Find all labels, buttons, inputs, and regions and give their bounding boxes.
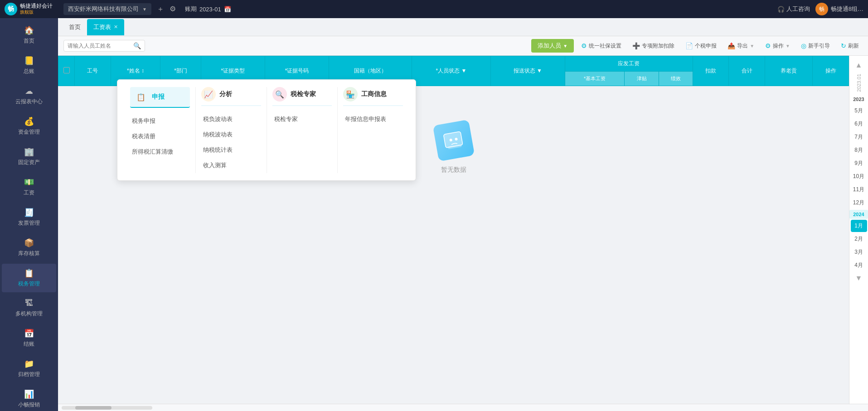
select-all-checkbox[interactable] — [63, 67, 70, 73]
company-name: 西安虾米网络科技有限公司 — [68, 5, 139, 13]
operation-label: 操作 — [773, 42, 784, 50]
search-input[interactable] — [68, 43, 131, 49]
search-input-wrap[interactable]: 🔍 — [63, 40, 145, 52]
logo-icon: 畅 — [5, 3, 17, 15]
sidebar-label-cloud: 云报表中心 — [15, 98, 43, 106]
sidebar-item-ledger[interactable]: 📒 总账 — [2, 51, 56, 80]
tab-salary[interactable]: 工资表 ✕ — [87, 19, 124, 35]
sidebar-item-archive[interactable]: 📁 归档管理 — [2, 354, 56, 383]
month-2023-9[interactable]: 9月 — [851, 157, 867, 169]
operation-arrow: ▼ — [786, 44, 790, 48]
social-security-action[interactable]: ⚙ 统一社保设置 — [577, 40, 625, 52]
logo-sub: 旗舰版 — [20, 9, 53, 15]
scrollbar-track — [62, 406, 152, 410]
add-employee-label: 添加人员 — [538, 42, 561, 50]
personal-tax-action[interactable]: 📄 个税申报 — [682, 40, 720, 52]
sidebar-item-tax[interactable]: 📋 税务管理 — [2, 264, 56, 292]
month-2023-10[interactable]: 10月 — [851, 170, 867, 183]
month-2024-1[interactable]: 1月 — [851, 220, 867, 232]
right-panel: ▲ 2023.01 2023 5月 6月 7月 8月 9月 10月 11月 12… — [849, 56, 868, 404]
user-info[interactable]: 畅 畅捷通8组… — [815, 3, 863, 15]
sidebar-item-close[interactable]: 📅 结账 — [2, 324, 56, 353]
main-layout: 🏠 首页 📒 总账 ☁ 云报表中心 💰 资金管理 🏢 固定资产 💵 工资 🧾 发… — [0, 18, 868, 411]
analy-label: 分析 — [219, 90, 232, 98]
sidebar-item-invoice[interactable]: 🧾 发票管理 — [2, 203, 56, 232]
shenb-icon: 📋 — [134, 90, 148, 104]
settings-icon[interactable]: ⚙ — [168, 3, 178, 16]
month-2023-12[interactable]: 12月 — [851, 197, 867, 209]
company-selector[interactable]: 西安虾米网络科技有限公司 ▼ — [63, 3, 151, 15]
special-deduction-action[interactable]: ➕ 专项附加扣除 — [629, 40, 678, 52]
top-bar-icons: ＋ ⚙ — [155, 3, 178, 16]
dropdown-item-income-tax[interactable]: 所得税汇算清缴 — [130, 144, 190, 160]
period-info: 账期 2023-01 📅 — [185, 5, 231, 13]
dropdown-col-biz: 🏪 工商信息 年报信息申报表 — [338, 87, 408, 173]
scrollbar-thumb — [75, 406, 112, 410]
dropdown-item-tax-flow[interactable]: 纳税波动表 — [201, 127, 261, 142]
company-dropdown-arrow: ▼ — [142, 7, 147, 12]
sidebar-label-close: 结账 — [24, 340, 34, 348]
export-action[interactable]: 📤 导出 ▼ — [724, 40, 758, 52]
month-2023-11[interactable]: 11月 — [851, 184, 867, 196]
add-company-icon[interactable]: ＋ — [155, 3, 166, 16]
user-name: 畅捷通8组… — [831, 5, 863, 13]
special-deduction-icon: ➕ — [632, 42, 640, 49]
month-2023-8[interactable]: 8月 — [851, 144, 867, 156]
dropdown-item-tax-declare[interactable]: 税务申报 — [130, 113, 190, 129]
sidebar-item-asset[interactable]: 🏢 固定资产 — [2, 142, 56, 171]
report-icon: 📊 — [24, 389, 34, 399]
service-button[interactable]: 🎧 人工咨询 — [777, 5, 810, 13]
social-security-icon: ⚙ — [581, 42, 587, 49]
special-deduction-label: 专项附加扣除 — [642, 42, 674, 50]
dropdown-header-taxe[interactable]: 🔍 税检专家 — [272, 87, 332, 106]
export-label: 导出 — [737, 42, 748, 50]
dropdown-header-analy[interactable]: 📈 分析 — [201, 87, 261, 106]
refresh-label: 刷新 — [848, 42, 859, 50]
right-panel-up[interactable]: ▲ — [853, 59, 864, 71]
biz-icon: 🏪 — [343, 87, 358, 102]
operation-action[interactable]: ⚙ 操作 ▼ — [761, 40, 794, 52]
month-2023-6[interactable]: 6月 — [851, 118, 867, 130]
th-payroll: 应发工资 — [565, 56, 693, 72]
dropdown-item-income-calc[interactable]: 收入测算 — [201, 158, 261, 173]
refresh-action[interactable]: ↻ 刷新 — [837, 40, 863, 52]
calendar-icon[interactable]: 📅 — [224, 6, 231, 13]
sidebar-label-archive: 归档管理 — [18, 371, 40, 378]
top-right: 🎧 人工咨询 畅 畅捷通8组… — [777, 3, 863, 15]
month-2024-3[interactable]: 3月 — [851, 246, 867, 258]
logo[interactable]: 畅 畅捷通好会计 旗舰版 — [5, 3, 59, 15]
sidebar-item-cloud-report[interactable]: ☁ 云报表中心 — [2, 82, 56, 110]
salary-icon: 💵 — [24, 177, 34, 187]
dropdown-header-biz[interactable]: 🏪 工商信息 — [343, 87, 403, 106]
add-dropdown-arrow: ▼ — [563, 44, 567, 48]
sidebar-item-salary[interactable]: 💵 工资 — [2, 173, 56, 201]
tab-salary-close[interactable]: ✕ — [114, 24, 118, 30]
th-emp-id: 工号 — [75, 56, 111, 86]
dropdown-item-tax-stat[interactable]: 纳税统计表 — [201, 142, 261, 158]
bottom-scrollbar[interactable] — [58, 404, 868, 411]
th-check[interactable] — [58, 56, 75, 86]
dropdown-item-tax-expert[interactable]: 税检专家 — [272, 111, 332, 127]
add-employee-button[interactable]: 添加人员 ▼ — [531, 39, 574, 53]
sidebar-item-report[interactable]: 📊 小畅报销 — [2, 385, 56, 411]
month-2023-7[interactable]: 7月 — [851, 131, 867, 143]
sidebar-item-fund[interactable]: 💰 资金管理 — [2, 112, 56, 140]
dropdown-item-tax-form[interactable]: 税表清册 — [130, 129, 190, 144]
dropdown-header-shenb[interactable]: 📋 申报 — [130, 87, 190, 108]
sidebar-label-multi-org: 多机构管理 — [15, 310, 43, 318]
tab-home[interactable]: 首页 — [63, 19, 87, 35]
right-panel-down[interactable]: ▼ — [853, 272, 864, 284]
shenb-label: 申报 — [152, 93, 165, 101]
th-allowance: 津贴 — [625, 72, 659, 86]
sidebar-label-inventory: 库存核算 — [18, 250, 40, 257]
dropdown-item-annual-report[interactable]: 年报信息申报表 — [343, 111, 403, 127]
sidebar-item-multi-org[interactable]: 🏗 多机构管理 — [2, 294, 56, 322]
sidebar-item-home[interactable]: 🏠 首页 — [2, 21, 56, 49]
year-2023-label: 2023 — [851, 95, 866, 104]
sidebar-item-inventory[interactable]: 📦 库存核算 — [2, 233, 56, 262]
dropdown-item-tax-burden[interactable]: 税负波动表 — [201, 111, 261, 127]
month-2024-4[interactable]: 4月 — [851, 259, 867, 271]
guide-action[interactable]: ◎ 新手引导 — [797, 40, 834, 52]
month-2023-5[interactable]: 5月 — [851, 105, 867, 117]
month-2024-2[interactable]: 2月 — [851, 233, 867, 245]
